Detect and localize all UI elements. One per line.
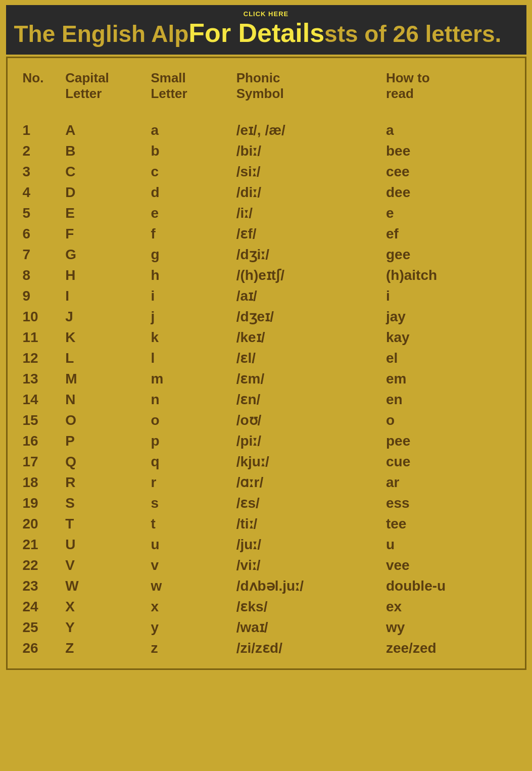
table-row: 5 E e /iː/ e [18, 203, 515, 223]
cell-no: 23 [18, 575, 61, 596]
cell-no: 22 [18, 555, 61, 575]
cell-phonic: /kjuː/ [231, 451, 381, 472]
cell-small: a [146, 120, 231, 140]
cell-capital: D [60, 182, 146, 203]
table-row: 14 N n /ɛn/ en [18, 389, 515, 410]
table-container: No. CapitalLetter SmallLetter PhonicSymb… [6, 57, 526, 670]
cell-small: h [146, 265, 231, 285]
cell-phonic: /tiː/ [231, 513, 381, 534]
cell-no: 13 [18, 368, 61, 389]
table-row: 3 C c /siː/ cee [18, 161, 515, 182]
cell-no: 26 [18, 638, 61, 658]
table-row: 9 I i /aɪ/ i [18, 285, 515, 306]
cell-how: el [381, 348, 515, 368]
cell-phonic: /dʒeɪ/ [231, 306, 381, 327]
table-row: 1 A a /eɪ/, /æ/ a [18, 120, 515, 140]
cell-phonic: /iː/ [231, 203, 381, 223]
cell-small: d [146, 182, 231, 203]
cell-small: e [146, 203, 231, 223]
cell-phonic: /ɛf/ [231, 223, 381, 244]
cell-capital: V [60, 555, 146, 575]
cell-how: ef [381, 223, 515, 244]
cell-capital: O [60, 410, 146, 430]
cell-how: ess [381, 493, 515, 513]
cell-small: q [146, 451, 231, 472]
title-end: sts of 26 letters. [324, 21, 501, 47]
cell-capital: T [60, 513, 146, 534]
table-row: 8 H h /(h)eɪtʃ/ (h)aitch [18, 265, 515, 285]
cell-phonic: /eɪ/, /æ/ [231, 120, 381, 140]
cell-no: 5 [18, 203, 61, 223]
cell-phonic: /ɛks/ [231, 596, 381, 617]
cell-capital: M [60, 368, 146, 389]
cell-no: 17 [18, 451, 61, 472]
cell-small: l [146, 348, 231, 368]
table-header-row: No. CapitalLetter SmallLetter PhonicSymb… [18, 66, 515, 111]
cell-how: kay [381, 327, 515, 348]
table-row: 24 X x /ɛks/ ex [18, 596, 515, 617]
cell-small: g [146, 244, 231, 265]
cell-how: u [381, 534, 515, 555]
cell-capital: K [60, 327, 146, 348]
cell-capital: S [60, 493, 146, 513]
cell-how: o [381, 410, 515, 430]
cell-phonic: /dʌbəl.juː/ [231, 575, 381, 596]
cell-capital: F [60, 223, 146, 244]
cell-small: k [146, 327, 231, 348]
cell-phonic: /aɪ/ [231, 285, 381, 306]
cell-phonic: /keɪ/ [231, 327, 381, 348]
cell-no: 10 [18, 306, 61, 327]
cell-capital: X [60, 596, 146, 617]
col-header-capital: CapitalLetter [60, 66, 146, 111]
cell-how: wy [381, 617, 515, 638]
table-row: 12 L l /ɛl/ el [18, 348, 515, 368]
cell-capital: G [60, 244, 146, 265]
cell-small: b [146, 140, 231, 161]
click-here-label[interactable]: CLICK HERE [14, 10, 518, 18]
table-row: 18 R r /ɑːr/ ar [18, 472, 515, 493]
cell-no: 1 [18, 120, 61, 140]
cell-no: 14 [18, 389, 61, 410]
cell-capital: B [60, 140, 146, 161]
cell-phonic: /waɪ/ [231, 617, 381, 638]
cell-small: x [146, 596, 231, 617]
cell-capital: N [60, 389, 146, 410]
col-header-how: How toread [381, 66, 515, 111]
table-row: 17 Q q /kjuː/ cue [18, 451, 515, 472]
cell-how: i [381, 285, 515, 306]
col-header-small: SmallLetter [146, 66, 231, 111]
cell-no: 8 [18, 265, 61, 285]
cell-phonic: /ɑːr/ [231, 472, 381, 493]
cell-how: cee [381, 161, 515, 182]
cell-capital: U [60, 534, 146, 555]
cell-capital: A [60, 120, 146, 140]
cell-no: 12 [18, 348, 61, 368]
cell-how: (h)aitch [381, 265, 515, 285]
cell-no: 16 [18, 430, 61, 451]
cell-no: 11 [18, 327, 61, 348]
cell-capital: C [60, 161, 146, 182]
cell-capital: Z [60, 638, 146, 658]
cell-how: jay [381, 306, 515, 327]
cell-no: 15 [18, 410, 61, 430]
cell-capital: R [60, 472, 146, 493]
cell-phonic: /dʒiː/ [231, 244, 381, 265]
table-row: 20 T t /tiː/ tee [18, 513, 515, 534]
cell-phonic: /diː/ [231, 182, 381, 203]
cell-how: cue [381, 451, 515, 472]
table-row: 7 G g /dʒiː/ gee [18, 244, 515, 265]
header-section[interactable]: CLICK HERE The English AlpFor Detailssts… [6, 5, 526, 55]
cell-no: 9 [18, 285, 61, 306]
cell-how: ar [381, 472, 515, 493]
table-row: 2 B b /biː/ bee [18, 140, 515, 161]
for-details-link[interactable]: For Details [188, 18, 324, 47]
cell-how: dee [381, 182, 515, 203]
cell-small: i [146, 285, 231, 306]
table-row: 15 O o /oʊ/ o [18, 410, 515, 430]
cell-capital: W [60, 575, 146, 596]
cell-small: o [146, 410, 231, 430]
cell-capital: P [60, 430, 146, 451]
col-header-phonic: PhonicSymbol [231, 66, 381, 111]
cell-small: f [146, 223, 231, 244]
cell-how: ex [381, 596, 515, 617]
